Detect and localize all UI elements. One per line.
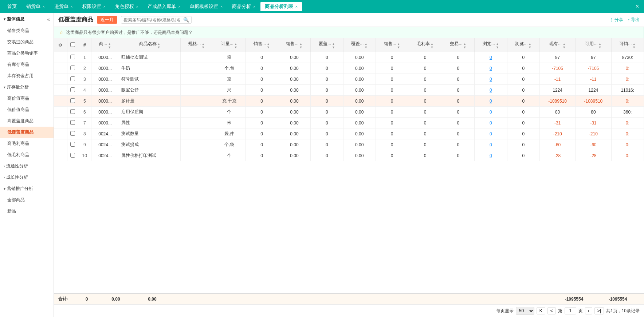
td-check[interactable] (67, 128, 78, 139)
sidebar-item-traded-goods[interactable]: 交易过的商品 (0, 36, 54, 48)
sidebar-chengzhang-header[interactable]: › 成长性分析 (0, 172, 54, 183)
nav-template-settings[interactable]: 单据模板设置 × (185, 2, 227, 11)
last-page-button[interactable]: >| (594, 307, 604, 314)
th-trade[interactable]: 交易...▲▼ (442, 38, 474, 52)
row-checkbox[interactable] (70, 109, 75, 114)
nav-product-inbound[interactable]: 产成品入库单 × (143, 2, 185, 11)
th-gross-rate[interactable]: 毛利率▲▼ (408, 38, 442, 52)
th-current-stock[interactable]: 现有...▲▼ (539, 38, 575, 52)
td-check[interactable] (67, 63, 78, 74)
row-checkbox[interactable] (70, 153, 75, 158)
sidebar-item-high-value[interactable]: 高价值商品 (0, 93, 54, 104)
nav-close-product-inbound[interactable]: × (178, 5, 180, 9)
row-checkbox[interactable] (70, 76, 75, 81)
nav-close-permissions[interactable]: × (103, 5, 106, 9)
td-check[interactable] (67, 150, 78, 161)
nav-close-purchase-order[interactable]: × (71, 5, 73, 9)
sidebar-item-in-stock-goods[interactable]: 有库存商品 (0, 59, 54, 70)
td-browse-a[interactable]: 0 (475, 107, 507, 118)
search-input[interactable] (123, 17, 182, 23)
td-browse-a[interactable]: 0 (475, 96, 507, 107)
nav-home[interactable]: 首页 (3, 2, 21, 11)
row-checkbox[interactable] (70, 98, 75, 103)
td-browse-a[interactable]: 0 (475, 150, 507, 161)
check-all-checkbox[interactable] (70, 42, 75, 47)
sidebar-item-high-coverage[interactable]: 高覆盖度商品 (0, 115, 54, 127)
th-cover-b[interactable]: 覆盖...▲▼ (343, 38, 376, 52)
sidebar-kucun-header[interactable]: ▾ 库存量分析 (0, 82, 54, 93)
th-browse-b[interactable]: 浏览...▲▼ (507, 38, 539, 52)
td-browse-a[interactable]: 0 (475, 63, 507, 74)
sidebar-item-high-gross[interactable]: 高毛利商品 (0, 138, 54, 149)
sidebar-item-category-sales-rate[interactable]: 商品分类动销率 (0, 48, 54, 59)
nav-close-template-settings[interactable]: × (220, 5, 223, 9)
th-name[interactable]: 商品名称▲▼ (119, 38, 180, 52)
sidebar-item-new-goods[interactable]: 新品 (0, 206, 54, 217)
page-number-input[interactable] (565, 307, 576, 314)
row-checkbox[interactable] (70, 131, 75, 136)
row-checkbox[interactable] (70, 55, 75, 59)
search-icon[interactable]: 🔍 (183, 17, 189, 23)
nav-role-auth[interactable]: 角色授权 × (111, 2, 143, 11)
th-check-all[interactable] (67, 38, 78, 52)
row-checkbox[interactable] (70, 120, 75, 125)
settings-icon[interactable]: ⚙ (58, 43, 62, 48)
td-check[interactable] (67, 85, 78, 96)
per-page-select[interactable]: 50 20 100 200 (516, 307, 534, 315)
th-sales-c[interactable]: 销售...▲▼ (376, 38, 408, 52)
sidebar-item-all-goods[interactable]: 全部商品 (0, 194, 54, 206)
th-sales-qty[interactable]: 销售...▲▼ (246, 38, 278, 52)
nav-close-role-auth[interactable]: × (136, 5, 138, 9)
sidebar-item-sales-goods[interactable]: 销售类商品 (0, 25, 54, 36)
share-button[interactable]: ⇪ 分享 (610, 17, 623, 23)
nav-product-analysis-list[interactable]: 商品分析列表 × (260, 2, 302, 11)
th-browse-a[interactable]: 浏览...▲▼ (475, 38, 507, 52)
row-checkbox[interactable] (70, 66, 75, 70)
td-sales-qty: 0 (246, 128, 278, 139)
export-button[interactable]: ↑ 导出 (628, 17, 640, 23)
next-page-button[interactable]: › (585, 307, 592, 314)
table-container[interactable]: ⚙ # 商...▲▼ 商品名称▲▼ 规格...▲▼ 计量...▲▼ 销售...▲… (54, 38, 644, 293)
nav-product-analysis[interactable]: 商品分析 × (228, 2, 260, 11)
th-cover-a[interactable]: 覆盖...▲▼ (311, 38, 343, 52)
td-check[interactable] (67, 118, 78, 128)
th-avail-stock[interactable]: 可用...▲▼ (576, 38, 611, 52)
sidebar-whole-info-header[interactable]: ▾ 整体信息 « (0, 13, 54, 25)
sidebar-liutong-header[interactable]: › 流通性分析 (0, 161, 54, 172)
sidebar-yingxiao-header[interactable]: ▾ 营销推广分析 (0, 183, 54, 194)
th-unit[interactable]: 计量...▲▼ (213, 38, 245, 52)
sidebar-item-inventory-capital[interactable]: 库存资金占用 (0, 70, 54, 82)
td-check[interactable] (67, 139, 78, 150)
sidebar-item-low-coverage[interactable]: 低覆盖度商品 (0, 127, 54, 138)
th-code[interactable]: 商...▲▼ (91, 38, 119, 52)
close-all-tabs[interactable]: × (633, 3, 641, 11)
row-checkbox[interactable] (70, 87, 75, 92)
sidebar-item-low-gross[interactable]: 低毛利商品 (0, 149, 54, 161)
th-sales-amt[interactable]: 销售...▲▼ (278, 38, 310, 52)
td-check[interactable] (67, 96, 78, 107)
td-browse-a[interactable]: 0 (475, 139, 507, 150)
nav-permissions[interactable]: 权限设置 × (78, 2, 110, 11)
td-check[interactable] (67, 52, 78, 63)
sidebar-collapse-btn[interactable]: « (47, 16, 50, 22)
row-checkbox[interactable] (70, 142, 75, 147)
td-browse-a[interactable]: 0 (475, 85, 507, 96)
td-browse-a[interactable]: 0 (475, 52, 507, 63)
nav-close-product-analysis[interactable]: × (253, 5, 255, 9)
prev-page-button[interactable]: < (547, 307, 556, 314)
td-check[interactable] (67, 107, 78, 118)
first-page-button[interactable]: K (537, 307, 545, 314)
th-sellable[interactable]: 可销...▲▼ (611, 38, 644, 52)
td-browse-a[interactable]: 0 (475, 74, 507, 85)
time-filter-button[interactable]: 近一月 (97, 16, 117, 24)
sidebar-item-low-value[interactable]: 低价值商品 (0, 104, 54, 115)
th-settings[interactable]: ⚙ (54, 38, 67, 52)
td-browse-a[interactable]: 0 (475, 118, 507, 128)
nav-close-sales-order[interactable]: × (43, 5, 45, 9)
th-spec[interactable]: 规格...▲▼ (180, 38, 213, 52)
td-browse-a[interactable]: 0 (475, 128, 507, 139)
nav-close-product-analysis-list[interactable]: × (295, 5, 298, 9)
td-check[interactable] (67, 74, 78, 85)
nav-sales-order[interactable]: 销货单 × (22, 2, 49, 11)
nav-purchase-order[interactable]: 进货单 × (50, 2, 77, 11)
